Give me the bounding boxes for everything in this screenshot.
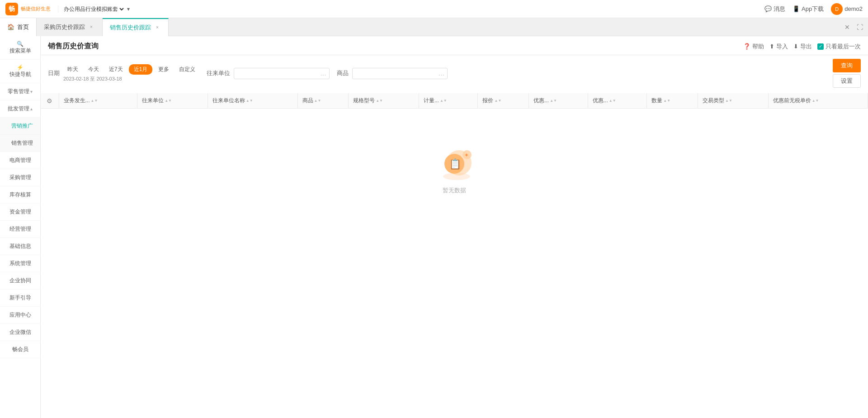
page-title-row: 销售历史价查询 ❓ 帮助 ⬆ 导入 ⬇ 导出 ✓ (48, 42, 861, 51)
sidebar-item-purchase[interactable]: 采购管理 (0, 169, 40, 186)
product-input[interactable] (353, 68, 436, 79)
empty-image: 📋 ✦ (436, 145, 472, 181)
tab-purchase-history[interactable]: 采购历史价跟踪 × (37, 18, 103, 36)
th-partner-code[interactable]: 往来单位 ▲▼ (137, 93, 208, 109)
th-discount1[interactable]: 优惠... ▲▼ (529, 93, 588, 109)
sidebar-item-operations[interactable]: 经营管理 (0, 221, 40, 238)
tab-home[interactable]: 🏠 首页 (0, 18, 37, 36)
export-icon: ⬇ (793, 43, 798, 50)
breadcrumb-select[interactable]: 办公用品行业模拟账套 (62, 5, 125, 13)
th-quoted-price[interactable]: 报价 ▲▼ (478, 93, 529, 109)
only-last-checkbox-wrap[interactable]: ✓ 只看最后一次 (817, 43, 861, 51)
sort-arrows-product: ▲▼ (314, 99, 321, 103)
th-biz-date[interactable]: 业务发生... ▲▼ (59, 93, 137, 109)
svg-text:✦: ✦ (464, 152, 469, 158)
date-btn-7days[interactable]: 近7天 (105, 64, 127, 75)
product-input-wrap: ... (352, 68, 448, 79)
page-title: 销售历史价查询 (48, 42, 99, 51)
product-input-dots[interactable]: ... (436, 69, 447, 77)
svg-text:📋: 📋 (449, 158, 462, 170)
sort-arrows-unit: ▲▼ (440, 99, 447, 103)
sidebar-item-retail[interactable]: 零售管理 ▾ (0, 83, 40, 100)
partner-input[interactable] (234, 68, 317, 79)
app-download-button[interactable]: 📱 App下载 (793, 5, 824, 13)
th-spec[interactable]: 规格型号 ▲▼ (349, 93, 419, 109)
page-header: 销售历史价查询 ❓ 帮助 ⬆ 导入 ⬇ 导出 ✓ (41, 36, 868, 55)
search-icon: 🔍 (2, 41, 38, 47)
th-pretax-price[interactable]: 优惠前无税单价 ▲▼ (768, 93, 868, 109)
content-area: 销售历史价查询 ❓ 帮助 ⬆ 导入 ⬇ 导出 ✓ (41, 36, 868, 418)
partner-input-wrap: ... (234, 68, 329, 79)
app-icon: 📱 (793, 5, 800, 12)
logo-text: 畅捷信好生意 (21, 5, 51, 12)
product-filter: 商品 ... (337, 68, 448, 79)
date-btn-more[interactable]: 更多 (154, 64, 173, 75)
logo-area[interactable]: 畅 畅捷信好生意 (5, 3, 51, 15)
date-buttons: 昨天 今天 近7天 近1月 更多 自定义 (63, 64, 199, 75)
sidebar-item-ecommerce[interactable]: 电商管理 (0, 152, 40, 169)
sidebar-item-enterprise[interactable]: 企业协同 (0, 272, 40, 290)
th-product[interactable]: 商品 ▲▼ (297, 93, 349, 109)
sidebar: 🔍 搜索菜单 ⚡ 快捷导航 零售管理 ▾ 批发管理 ▴ 营销推广 销售管理 电商… (0, 36, 41, 418)
avatar: D (831, 3, 843, 15)
th-discount2[interactable]: 优惠... ▲▼ (588, 93, 647, 109)
sidebar-item-inventory[interactable]: 库存核算 (0, 186, 40, 204)
message-button[interactable]: 💬 消息 (764, 5, 785, 13)
date-btn-yesterday[interactable]: 昨天 (63, 64, 82, 75)
home-icon: 🏠 (7, 24, 14, 30)
th-quantity[interactable]: 数量 ▲▼ (647, 93, 698, 109)
import-button[interactable]: ⬆ 导入 (769, 43, 788, 51)
query-button[interactable]: 查询 (833, 59, 861, 72)
sort-arrows-discount1: ▲▼ (550, 99, 557, 103)
empty-text: 暂无数据 (443, 186, 466, 195)
tab-maximize-icon[interactable]: ⛶ (855, 23, 864, 32)
user-profile[interactable]: D demo2 (831, 3, 863, 15)
export-button[interactable]: ⬇ 导出 (793, 43, 812, 51)
tab-close-all-icon[interactable]: ✕ (843, 23, 852, 32)
settings-button[interactable]: 设置 (833, 74, 861, 88)
sidebar-item-basic-info[interactable]: 基础信息 (0, 238, 40, 255)
sidebar-item-wechat[interactable]: 企业微信 (0, 324, 40, 341)
tab-sales-close-icon[interactable]: × (154, 24, 161, 31)
message-icon: 💬 (764, 5, 772, 12)
sidebar-item-sales-mgmt[interactable]: 销售管理 (0, 135, 40, 152)
tab-actions: ✕ ⛶ (839, 23, 868, 32)
table-settings-icon[interactable]: ⚙ (47, 97, 52, 104)
sidebar-item-app-center[interactable]: 应用中心 (0, 307, 40, 324)
sidebar-item-system[interactable]: 系统管理 (0, 255, 40, 272)
data-table: ⚙ 业务发生... ▲▼ 往来单位 ▲▼ (41, 93, 868, 231)
import-icon: ⬆ (769, 43, 774, 50)
date-btn-custom[interactable]: 自定义 (175, 64, 199, 75)
date-btn-today[interactable]: 今天 (84, 64, 103, 75)
sidebar-item-guide[interactable]: 新手引导 (0, 290, 40, 307)
tab-sales-history[interactable]: 销售历史价跟踪 × (103, 18, 169, 36)
sort-arrows-biz-date: ▲▼ (91, 99, 98, 103)
th-trade-type[interactable]: 交易类型 ▲▼ (698, 93, 769, 109)
date-label: 日期 (48, 69, 60, 77)
sidebar-item-marketing[interactable]: 营销推广 (0, 118, 40, 135)
help-button[interactable]: ❓ 帮助 (743, 43, 764, 51)
filter-row: 日期 昨天 今天 近7天 近1月 更多 自定义 2023-02-18 至 202… (48, 59, 861, 88)
sort-arrows-spec: ▲▼ (376, 99, 383, 103)
th-settings[interactable]: ⚙ (41, 93, 59, 109)
sidebar-item-member[interactable]: 畅会员 (0, 341, 40, 358)
retail-chevron-icon: ▾ (30, 89, 33, 94)
table-area: ⚙ 业务发生... ▲▼ 往来单位 ▲▼ (41, 93, 868, 418)
topbar-left: 畅 畅捷信好生意 办公用品行业模拟账套 ▾ (5, 3, 130, 15)
sidebar-item-quick-nav[interactable]: ⚡ 快捷导航 (0, 60, 40, 83)
page-actions: ❓ 帮助 ⬆ 导入 ⬇ 导出 ✓ 只看最后一次 (743, 43, 861, 51)
th-unit[interactable]: 计量... ▲▼ (419, 93, 478, 109)
topbar-right: 💬 消息 📱 App下载 D demo2 (764, 3, 863, 15)
th-partner-name[interactable]: 往来单位名称 ▲▼ (208, 93, 297, 109)
sort-arrows-discount2: ▲▼ (609, 99, 616, 103)
sidebar-item-finance[interactable]: 资金管理 (0, 204, 40, 221)
filter-bar: 日期 昨天 今天 近7天 近1月 更多 自定义 2023-02-18 至 202… (41, 55, 868, 93)
partner-input-dots[interactable]: ... (317, 69, 329, 77)
partner-filter: 往来单位 ... (207, 68, 329, 79)
only-last-checkbox[interactable]: ✓ (817, 43, 824, 50)
tab-purchase-close-icon[interactable]: × (88, 24, 95, 31)
sidebar-item-search[interactable]: 🔍 搜索菜单 (0, 36, 40, 60)
sidebar-item-wholesale[interactable]: 批发管理 ▴ (0, 100, 40, 118)
sort-arrows-quoted-price: ▲▼ (494, 99, 501, 103)
date-btn-1month[interactable]: 近1月 (129, 64, 153, 75)
